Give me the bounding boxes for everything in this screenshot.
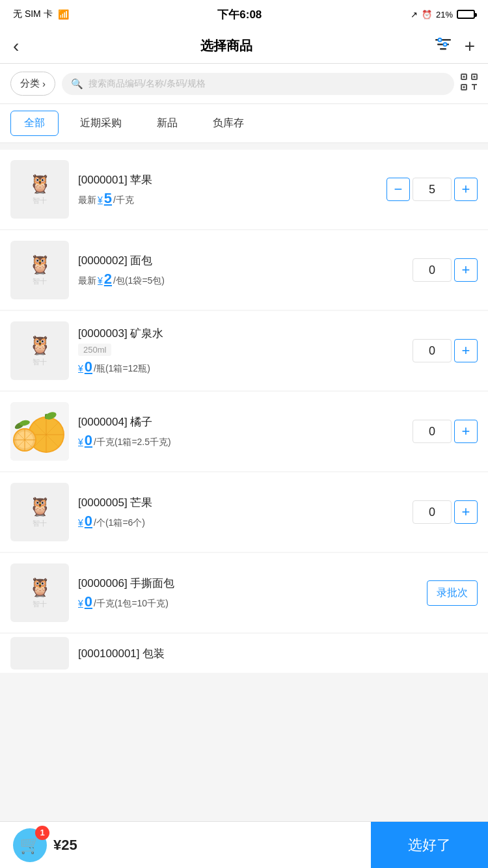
product-name: [0000003] 矿泉水 bbox=[78, 326, 403, 341]
price-currency: ¥ bbox=[78, 363, 83, 373]
product-info: [0000002] 面包 最新 ¥ 2 /包(1袋=5包) bbox=[78, 253, 403, 288]
cart-badge: 1 bbox=[35, 826, 49, 840]
price-number: 0 bbox=[85, 593, 92, 610]
owl-logo: 🦉 智十 bbox=[10, 563, 69, 622]
status-right: ↗ ⏰ 21% bbox=[411, 10, 475, 20]
product-image bbox=[10, 402, 69, 461]
product-price: ¥ 0 /千克(1箱=2.5千克) bbox=[78, 432, 403, 449]
tab-negative[interactable]: 负库存 bbox=[199, 111, 258, 136]
quantity-control: + bbox=[413, 420, 478, 443]
status-time: 下午6:08 bbox=[217, 7, 262, 22]
decrease-button[interactable]: − bbox=[386, 178, 410, 201]
price-label: 最新 bbox=[78, 195, 96, 206]
product-name: [000100001] 包装 bbox=[78, 646, 478, 661]
table-row: 🦉 智十 [0000006] 手撕面包 ¥ 0 /千克(1包=10千克) 录批次 bbox=[0, 553, 488, 632]
product-price: 最新 ¥ 5 /千克 bbox=[78, 190, 377, 207]
batch-button[interactable]: 录批次 bbox=[427, 580, 478, 606]
tab-new[interactable]: 新品 bbox=[143, 111, 191, 136]
product-image: 🦉 智十 bbox=[10, 160, 69, 219]
svg-rect-10 bbox=[463, 86, 465, 88]
product-name: [0000002] 面包 bbox=[78, 253, 403, 268]
owl-logo: 🦉 智十 bbox=[10, 160, 69, 219]
cart-icon-button[interactable]: 🛒 1 bbox=[13, 828, 47, 862]
category-button[interactable]: 分类 › bbox=[10, 72, 55, 96]
svg-rect-8 bbox=[463, 75, 465, 77]
scan-icon[interactable] bbox=[461, 74, 478, 94]
product-image: 🦉 智十 bbox=[10, 241, 69, 299]
owl-logo: 🦉 智十 bbox=[10, 241, 69, 299]
product-price: ¥ 0 /千克(1包=10千克) bbox=[78, 593, 418, 610]
carrier-text: 无 SIM 卡 bbox=[13, 8, 53, 20]
price-unit: /包(1袋=5包) bbox=[113, 275, 165, 287]
filter-icon[interactable] bbox=[435, 37, 452, 55]
quantity-stepper[interactable] bbox=[413, 339, 452, 362]
back-button[interactable]: ‹ bbox=[13, 36, 19, 57]
wifi-icon: 📶 bbox=[58, 9, 69, 20]
product-name: [0000006] 手撕面包 bbox=[78, 576, 418, 591]
battery-bar bbox=[457, 10, 475, 19]
page-title: 选择商品 bbox=[200, 37, 252, 55]
svg-point-3 bbox=[438, 38, 441, 41]
quantity-control: + bbox=[413, 339, 478, 362]
product-price: ¥ 0 /瓶(1箱=12瓶) bbox=[78, 359, 403, 375]
table-row: 🦉 智十 [0000001] 苹果 最新 ¥ 5 /千克 − + bbox=[0, 150, 488, 229]
product-info: [0000003] 矿泉水 250ml ¥ 0 /瓶(1箱=12瓶) bbox=[78, 326, 403, 375]
filter-bar: 分类 › 🔍 搜索商品编码/名称/条码/规格 bbox=[0, 64, 488, 104]
product-info: [000100001] 包装 bbox=[78, 646, 478, 661]
quantity-stepper[interactable] bbox=[413, 178, 452, 201]
product-spec: 250ml bbox=[78, 344, 111, 356]
bottom-spacer bbox=[0, 673, 488, 720]
category-label: 分类 bbox=[20, 77, 40, 90]
quantity-control: − + bbox=[386, 178, 478, 201]
owl-logo: 🦉 智十 bbox=[10, 321, 69, 380]
svg-point-4 bbox=[443, 42, 446, 46]
tab-all[interactable]: 全部 bbox=[10, 111, 59, 136]
cart-section: 🛒 1 ¥25 bbox=[0, 828, 371, 862]
product-list: 🦉 智十 [0000001] 苹果 最新 ¥ 5 /千克 − + 🦉 智十 bbox=[0, 150, 488, 720]
price-number: 5 bbox=[104, 190, 112, 207]
price-unit: /瓶(1箱=12瓶) bbox=[94, 363, 150, 375]
product-info: [0000005] 芒果 ¥ 0 /个(1箱=6个) bbox=[78, 495, 403, 530]
quantity-stepper[interactable] bbox=[413, 420, 452, 443]
increase-button[interactable]: + bbox=[454, 258, 478, 282]
owl-logo: 🦉 智十 bbox=[10, 483, 69, 541]
confirm-button[interactable]: 选好了 bbox=[371, 822, 488, 869]
price-unit: /千克(1包=10千克) bbox=[94, 598, 169, 610]
svg-rect-2 bbox=[440, 48, 446, 50]
product-name: [0000004] 橘子 bbox=[78, 414, 403, 429]
quantity-stepper[interactable] bbox=[413, 500, 452, 524]
increase-button[interactable]: + bbox=[454, 420, 478, 443]
price-currency: ¥ bbox=[98, 195, 103, 205]
product-price: ¥ 0 /个(1箱=6个) bbox=[78, 513, 403, 530]
battery-percent: 21% bbox=[436, 10, 453, 20]
cart-total: ¥25 bbox=[53, 837, 77, 854]
quantity-stepper[interactable] bbox=[413, 258, 452, 282]
product-name: [0000001] 苹果 bbox=[78, 172, 377, 187]
tab-recent[interactable]: 近期采购 bbox=[66, 111, 135, 136]
nav-right-actions: + bbox=[435, 36, 475, 57]
quantity-control: + bbox=[413, 500, 478, 524]
price-currency: ¥ bbox=[78, 517, 83, 528]
alarm-icon: ⏰ bbox=[422, 10, 432, 20]
quantity-control: + bbox=[413, 258, 478, 282]
price-number: 0 bbox=[85, 359, 92, 375]
table-row: 🦉 智十 [0000002] 面包 最新 ¥ 2 /包(1袋=5包) + bbox=[0, 230, 488, 310]
table-row: [000100001] 包装 bbox=[0, 634, 488, 673]
increase-button[interactable]: + bbox=[454, 339, 478, 362]
table-row: [0000004] 橘子 ¥ 0 /千克(1箱=2.5千克) + bbox=[0, 392, 488, 471]
price-number: 0 bbox=[85, 432, 92, 449]
price-unit: /千克(1箱=2.5千克) bbox=[94, 437, 171, 448]
product-image: 🦉 智十 bbox=[10, 321, 69, 380]
price-unit: /个(1箱=6个) bbox=[94, 517, 145, 529]
tab-bar: 全部 近期采购 新品 负库存 bbox=[0, 104, 488, 143]
product-image: 🦉 智十 bbox=[10, 483, 69, 541]
status-bar: 无 SIM 卡 📶 下午6:08 ↗ ⏰ 21% bbox=[0, 0, 488, 29]
increase-button[interactable]: + bbox=[454, 178, 478, 201]
location-icon: ↗ bbox=[411, 10, 418, 20]
search-input[interactable]: 🔍 搜索商品编码/名称/条码/规格 bbox=[62, 73, 454, 95]
price-number: 0 bbox=[85, 513, 92, 530]
price-number: 2 bbox=[104, 271, 112, 288]
increase-button[interactable]: + bbox=[454, 500, 478, 524]
product-name: [0000005] 芒果 bbox=[78, 495, 403, 510]
add-product-button[interactable]: + bbox=[465, 36, 475, 57]
